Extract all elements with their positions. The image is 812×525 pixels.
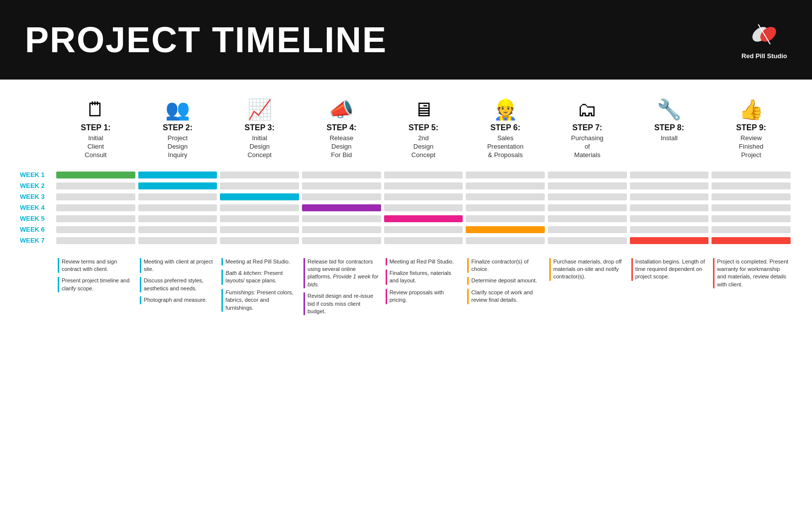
bar-fill-week1-step5 [384, 172, 463, 178]
note-item-3-2: Bath & kitchen: Present layouts/ space p… [221, 269, 298, 285]
note-bar-3-1 [221, 258, 223, 265]
note-text-3-2: Bath & kitchen: Present layouts/ space p… [225, 269, 298, 285]
bar-week4-step7 [546, 202, 628, 213]
note-item-6-3: Clarify scope of work and review final d… [467, 289, 543, 304]
step-8-number: STEP 8: [654, 123, 684, 132]
bar-week2-step9 [710, 180, 792, 191]
notes-empty [20, 256, 55, 322]
step-4-header: 📣 STEP 4: ReleaseDesignFor Bid [301, 94, 383, 170]
note-text-5-3: Review proposals with pricing. [390, 289, 462, 304]
step-9-number: STEP 9: [736, 123, 766, 132]
bar-week5-step7 [546, 213, 628, 224]
bar-week5-step6 [464, 213, 546, 224]
note-text-4-1: Release bid for contractors using severa… [307, 258, 380, 289]
bar-fill-week2-step2 [138, 182, 217, 189]
note-item-3-3: Furnishings: Present colors, fabrics, de… [221, 289, 298, 312]
note-bar-3-2 [221, 269, 223, 285]
bar-fill-week6-step9 [711, 226, 791, 233]
bar-fill-week4-step5 [384, 204, 463, 211]
bar-fill-week2-step3 [220, 182, 299, 189]
bar-fill-week6-step3 [220, 226, 299, 233]
bar-fill-week4-step2 [138, 204, 217, 211]
bar-fill-week5-step9 [711, 215, 791, 222]
step-4-icon: 📣 [329, 99, 354, 119]
bar-fill-week3-step7 [548, 193, 627, 200]
note-bar-2-3 [140, 296, 141, 304]
step-1-title: InitialClientConsult [85, 134, 106, 160]
bar-week1-step2 [137, 170, 219, 180]
step-2-title: ProjectDesignInquiry [168, 134, 188, 160]
note-bar-6-2 [467, 277, 469, 284]
main-content: 🗒 STEP 1: InitialClientConsult 👥 STEP 2:… [0, 80, 812, 341]
note-bar-5-2 [386, 269, 387, 285]
note-item-4-2: Revisit design and re-issue bid if costs… [304, 292, 380, 315]
bar-week4-step2 [137, 202, 219, 213]
note-text-1-1: Review terms and sign contract with clie… [62, 258, 134, 273]
bar-week2-step2 [137, 180, 219, 191]
bar-fill-week5-step3 [220, 215, 299, 222]
notes-col-9: Project is completed. Present warranty f… [710, 256, 792, 322]
bar-fill-week1-step8 [630, 172, 709, 178]
bar-fill-week5-step2 [138, 215, 217, 222]
bar-fill-week3-step4 [302, 193, 381, 200]
bar-week6-step7 [546, 224, 628, 235]
note-item-5-1: Meeting at Red Pill Studio. [386, 258, 462, 265]
week-label-6: WEEK 6 [20, 224, 55, 235]
note-text-6-2: Determine deposit amount. [471, 277, 537, 284]
timeline-grid: 🗒 STEP 1: InitialClientConsult 👥 STEP 2:… [20, 94, 792, 246]
note-bar-4-2 [304, 292, 305, 315]
bar-week3-step5 [383, 191, 465, 202]
bar-fill-week3-step8 [630, 193, 709, 200]
bar-fill-week3-step6 [466, 193, 545, 200]
bar-fill-week6-step8 [630, 226, 709, 233]
bar-week6-step1 [55, 224, 137, 235]
notes-row: Review terms and sign contract with clie… [20, 256, 792, 322]
bar-fill-week2-step6 [466, 182, 545, 189]
logo-area: Red Pill Studio [741, 19, 787, 61]
bar-week5-step3 [218, 213, 301, 224]
note-item-6-2: Determine deposit amount. [467, 277, 543, 284]
bar-week1-step6 [464, 170, 546, 180]
bar-week5-step2 [137, 213, 219, 224]
bar-fill-week4-step6 [466, 204, 545, 211]
bar-fill-week5-step7 [548, 215, 627, 222]
step-3-number: STEP 3: [245, 123, 275, 132]
step-6-number: STEP 6: [491, 123, 520, 132]
bar-week3-step8 [628, 191, 710, 202]
step-1-icon: 🗒 [86, 99, 105, 119]
step-7-header: 🗂 STEP 7: PurchasingofMaterials [546, 94, 628, 170]
note-bar-3-3 [221, 289, 223, 312]
bar-fill-week5-step1 [56, 215, 135, 222]
step-9-title: ReviewFinishedProject [739, 134, 763, 160]
note-item-8-1: Installation begins. Length of time requ… [631, 258, 708, 281]
bar-fill-week7-step3 [220, 237, 299, 244]
note-item-6-1: Finalize contractor(s) of choice. [467, 258, 543, 273]
bar-fill-week6-step4 [302, 226, 381, 233]
note-bar-6-3 [467, 289, 469, 304]
note-item-5-3: Review proposals with pricing. [386, 289, 462, 304]
note-item-2-1: Meeting with client at project site. [140, 258, 216, 273]
step-8-title: Install [661, 134, 678, 143]
note-bar-2-1 [140, 258, 141, 273]
bar-fill-week2-step5 [384, 182, 463, 189]
bar-week7-step1 [55, 235, 137, 246]
bar-fill-week6-step5 [384, 226, 463, 233]
step-4-title: ReleaseDesignFor Bid [329, 134, 353, 160]
bar-fill-week7-step9 [711, 237, 791, 244]
note-bar-7-1 [549, 258, 551, 281]
bar-fill-week6-step1 [56, 226, 135, 233]
note-bar-9-1 [713, 258, 714, 289]
note-item-1-1: Review terms and sign contract with clie… [58, 258, 134, 273]
note-text-2-2: Discuss preferred styles, aesthetics and… [144, 277, 216, 292]
note-bar-5-3 [386, 289, 387, 304]
bar-week6-step2 [137, 224, 219, 235]
note-bar-5-1 [386, 258, 387, 265]
bar-fill-week6-step2 [138, 226, 217, 233]
bar-fill-week2-step7 [548, 182, 627, 189]
week-label-4: WEEK 4 [20, 202, 55, 213]
bar-fill-week7-step5 [384, 237, 463, 244]
logo-icon [749, 19, 779, 49]
note-text-6-3: Clarify scope of work and review final d… [471, 289, 543, 304]
bar-fill-week4-step9 [711, 204, 791, 211]
bar-week3-step4 [301, 191, 383, 202]
